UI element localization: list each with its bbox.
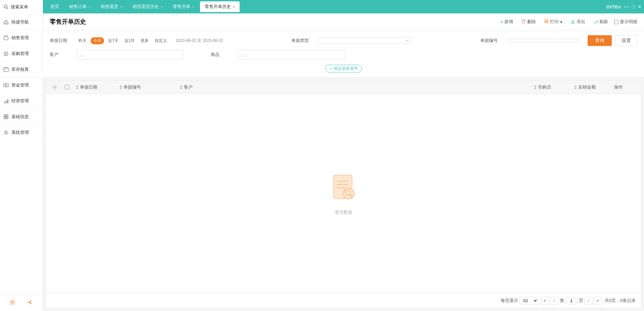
date-btn-custom[interactable]: 自定义 — [153, 37, 169, 44]
th-guide[interactable]: 导购员 — [531, 84, 571, 90]
select-all-checkbox[interactable] — [61, 85, 73, 89]
add-label: 新增 — [504, 19, 513, 25]
sort-icon — [180, 85, 183, 89]
collapse-sidebar-icon[interactable] — [27, 299, 34, 307]
sidebar-item-operations[interactable]: 经营管理 — [0, 93, 43, 109]
tab-sales-return-history[interactable]: 销货退货历史 × — [128, 1, 167, 12]
svg-rect-15 — [545, 19, 548, 21]
tab-sales-order[interactable]: 销售订单 × — [64, 1, 95, 12]
th-amount[interactable]: 实销金额 — [571, 84, 611, 90]
add-button[interactable]: + 新增 — [498, 17, 515, 26]
delete-icon — [521, 19, 526, 25]
gear-icon — [9, 299, 16, 306]
th-date[interactable]: 单据日期 — [73, 84, 116, 90]
doc-no-label: 单据编号 — [480, 38, 500, 44]
chevron-down-icon — [406, 39, 409, 42]
tab-close-icon[interactable]: × — [233, 5, 235, 9]
print-button[interactable]: 打印 ▾ — [542, 17, 564, 26]
customer-input[interactable]: … — [77, 50, 184, 59]
doc-no-input[interactable] — [507, 39, 581, 42]
sidebar-item-label: 资金管理 — [11, 82, 29, 88]
export-button[interactable]: 导出 — [568, 17, 587, 26]
close-window-button[interactable]: × — [638, 3, 641, 10]
sidebar-item-sys-mgmt[interactable]: 系统管理 — [0, 125, 43, 141]
settings-button[interactable]: 设置 — [615, 35, 637, 46]
refresh-button[interactable]: 刷新 — [591, 17, 610, 26]
tab-close-icon[interactable]: × — [120, 5, 122, 9]
prev-page-button[interactable]: ‹ — [550, 297, 558, 305]
per-page-select[interactable]: 10 20 50 100 — [519, 297, 538, 305]
empty-illustration — [327, 172, 360, 205]
tab-home[interactable]: 首页 — [46, 1, 64, 12]
date-btn-yesterday[interactable]: 昨天 — [77, 37, 89, 44]
print-icon — [544, 19, 549, 25]
tab-retail-open[interactable]: 零售开单 × — [168, 1, 199, 12]
svg-rect-10 — [4, 117, 6, 119]
date-btn-today[interactable]: 今天 — [91, 37, 104, 44]
settings-bottom-icon[interactable] — [9, 299, 16, 307]
sidebar-item-label: 系统管理 — [11, 129, 29, 136]
per-page-label: 每页显示 — [501, 298, 518, 304]
collapse-label: 收起更多条件 — [334, 66, 358, 71]
select-all-input[interactable] — [65, 85, 69, 89]
collapse-filter-button[interactable]: 收起更多条件 — [326, 65, 362, 72]
inventory-icon — [3, 67, 9, 72]
show-detail-input[interactable] — [614, 20, 618, 24]
pagination: 每页显示 10 20 50 100 « ‹ 第 页 › » — [46, 293, 641, 308]
svg-point-18 — [547, 21, 548, 22]
svg-point-7 — [5, 85, 7, 86]
first-page-button[interactable]: « — [541, 297, 549, 305]
minimize-button[interactable]: — — [624, 4, 629, 10]
query-button[interactable]: 查询 — [588, 35, 612, 46]
tab-label: 销货退货 — [101, 4, 118, 10]
tab-label: 零售开单 — [173, 4, 190, 10]
next-page-button[interactable]: › — [585, 297, 593, 305]
show-detail-checkbox[interactable]: 显示明细 — [614, 19, 637, 25]
column-settings-button[interactable] — [49, 85, 61, 90]
tab-close-icon[interactable]: × — [161, 5, 163, 9]
page-number-input[interactable] — [565, 297, 578, 304]
date-btn-more[interactable]: 更多 — [139, 37, 151, 44]
refresh-label: 刷新 — [599, 19, 608, 25]
svg-rect-11 — [6, 117, 8, 119]
th-customer-label: 客户 — [184, 84, 193, 90]
svg-point-13 — [11, 301, 13, 303]
sidebar-item-sales-mgmt[interactable]: 销售管理 — [0, 30, 43, 46]
goods-dots: … — [241, 52, 247, 58]
table-header: 单据日期 单据编号 客户 — [46, 81, 641, 94]
svg-rect-17 — [545, 22, 547, 22]
sidebar-item-purchase-mgmt[interactable]: 采购管理 — [0, 46, 43, 62]
th-docno[interactable]: 单据编号 — [116, 84, 177, 90]
th-customer[interactable]: 客户 — [177, 84, 531, 90]
purchase-icon — [3, 51, 9, 56]
date-label: 单据日期 — [50, 38, 70, 44]
tab-close-icon[interactable]: × — [89, 5, 91, 9]
tab-label: 销货退货历史 — [133, 4, 159, 10]
sidebar-item-quick-nav[interactable]: 快捷导航 — [0, 14, 43, 30]
tab-label: 零售开单历史 — [205, 4, 231, 10]
last-page-button[interactable]: » — [594, 297, 602, 305]
tab-sales-return[interactable]: 销货退货 × — [96, 1, 127, 12]
filter-row-1: 单据日期 昨天 今天 近7天 近1月 更多 自定义 2023-06-02 至 2… — [50, 35, 637, 46]
date-btn-1month[interactable]: 近1月 — [122, 37, 137, 44]
maximize-button[interactable]: □ — [632, 4, 635, 10]
date-btn-7days[interactable]: 近7天 — [106, 37, 120, 44]
goods-input[interactable]: … — [238, 50, 345, 59]
sort-icon — [574, 85, 577, 89]
filter-area: 单据日期 昨天 今天 近7天 近1月 更多 自定义 2023-06-02 至 2… — [43, 31, 644, 77]
sidebar-item-inventory[interactable]: 库存核算 — [0, 62, 43, 77]
show-detail-label: 显示明细 — [620, 19, 637, 25]
delete-label: 删除 — [527, 19, 536, 25]
th-amount-label: 实销金额 — [578, 84, 596, 90]
delete-button[interactable]: 删除 — [519, 17, 538, 26]
search-menu-item[interactable]: 搜索采单 — [0, 0, 43, 14]
sidebar-item-label: 基础信息 — [11, 114, 29, 120]
toolbar: + 新增 删除 — [498, 17, 637, 26]
sidebar-item-base-info[interactable]: 基础信息 — [0, 109, 43, 125]
sidebar-item-finance[interactable]: 资金管理 — [0, 77, 43, 93]
doc-type-select[interactable] — [318, 37, 412, 44]
th-date-label: 单据日期 — [80, 84, 97, 90]
tab-close-icon[interactable]: × — [192, 5, 194, 9]
tab-bar-right: OfTEn — □ × — [606, 3, 641, 10]
tab-retail-history[interactable]: 零售开单历史 × — [200, 1, 240, 12]
